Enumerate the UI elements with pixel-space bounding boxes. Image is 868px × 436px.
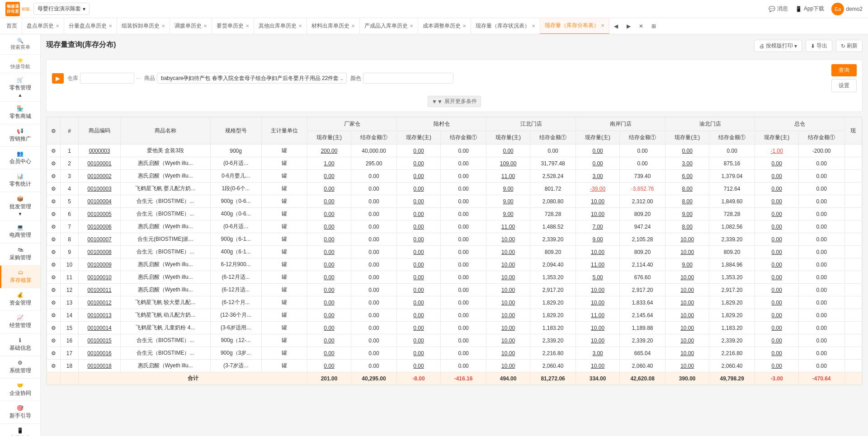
row-c4-qty[interactable]: 10.00: [576, 284, 619, 296]
row-c4-qty[interactable]: 10.00: [576, 195, 619, 208]
row-c1-qty[interactable]: 1.00: [307, 157, 351, 170]
row-c5-qty[interactable]: 8.00: [665, 195, 709, 208]
tab-close-all-btn[interactable]: ✕: [635, 18, 647, 34]
tab-prev-btn[interactable]: ◀: [609, 18, 622, 34]
row-code[interactable]: 00100018: [79, 360, 121, 372]
org-selector[interactable]: 母婴行业演示陈套 ▾: [33, 3, 90, 15]
export-button[interactable]: ⬇ 导出: [806, 40, 832, 52]
row-c5-qty[interactable]: 10.00: [665, 271, 709, 284]
row-gear[interactable]: ⚙: [47, 195, 61, 208]
sidebar-item-stock[interactable]: 🗂 库存核算: [0, 266, 40, 288]
row-c2-qty[interactable]: 0.00: [397, 347, 440, 360]
row-c2-qty[interactable]: 0.00: [397, 195, 440, 208]
row-code[interactable]: 00100006: [79, 220, 121, 233]
row-gear[interactable]: ⚙: [47, 284, 61, 296]
sidebar-item-finance[interactable]: 💰 资金管理: [0, 288, 40, 311]
row-gear[interactable]: ⚙: [47, 360, 61, 372]
row-gear[interactable]: ⚙: [47, 347, 61, 360]
tab-assembly[interactable]: 组装拆卸单历史 ✕: [117, 18, 170, 34]
row-c5-qty[interactable]: 8.00: [665, 220, 709, 233]
tab-close-icon[interactable]: ✕: [203, 23, 207, 28]
row-code[interactable]: 00100015: [79, 334, 121, 347]
row-c4-qty[interactable]: 11.00: [576, 258, 619, 271]
row-c1-qty[interactable]: 0.00: [307, 233, 351, 246]
sidebar-item-purchase[interactable]: 🛍 采购管理: [0, 243, 40, 266]
row-gear[interactable]: ⚙: [47, 309, 61, 322]
sidebar-item-guide[interactable]: 🎯 新手引导: [0, 401, 40, 424]
row-code[interactable]: 00100009: [79, 258, 121, 271]
row-code[interactable]: 00100016: [79, 347, 121, 360]
row-c4-qty[interactable]: 5.00: [576, 271, 619, 284]
row-c1-qty[interactable]: 0.00: [307, 296, 351, 309]
row-c3-qty[interactable]: 109.00: [486, 157, 530, 170]
row-c5-qty[interactable]: 10.00: [665, 246, 709, 258]
row-c2-qty[interactable]: 0.00: [397, 183, 440, 195]
row-c1-qty[interactable]: 0.00: [307, 284, 351, 296]
row-c3-qty[interactable]: 9.00: [486, 208, 530, 220]
tab-close-icon[interactable]: ✕: [532, 23, 535, 28]
row-code[interactable]: 00100010: [79, 271, 121, 284]
row-c5-qty[interactable]: 10.00: [665, 309, 709, 322]
sidebar-item-wholesale[interactable]: 📦 批发管理 ▼: [0, 192, 40, 220]
sidebar-item-marketing[interactable]: 📢 营销推广: [0, 124, 40, 147]
row-c1-qty[interactable]: 0.00: [307, 220, 351, 233]
tab-close-icon[interactable]: ✕: [351, 23, 355, 28]
row-c1-qty[interactable]: 0.00: [307, 360, 351, 372]
row-c4-qty[interactable]: 10.00: [576, 246, 619, 258]
row-c2-qty[interactable]: 0.00: [397, 309, 440, 322]
row-code[interactable]: 00100001: [79, 157, 121, 170]
row-c4-qty[interactable]: -39.00: [576, 183, 619, 195]
row-c3-qty[interactable]: 11.00: [486, 220, 530, 233]
row-c2-qty[interactable]: 0.00: [397, 334, 440, 347]
row-tot-qty[interactable]: 0.00: [755, 296, 798, 309]
row-tot-qty[interactable]: 0.00: [755, 334, 798, 347]
tab-close-icon[interactable]: ✕: [245, 23, 249, 28]
warehouse-input[interactable]: [80, 73, 134, 84]
tab-close-icon[interactable]: ✕: [601, 23, 604, 28]
row-gear[interactable]: ⚙: [47, 170, 61, 183]
tab-next-btn[interactable]: ▶: [622, 18, 635, 34]
row-c4-qty[interactable]: 10.00: [576, 334, 619, 347]
row-code[interactable]: 00100014: [79, 322, 121, 334]
row-tot-qty[interactable]: 0.00: [755, 322, 798, 334]
row-c3-qty[interactable]: 10.00: [486, 296, 530, 309]
row-tot-qty[interactable]: 0.00: [755, 271, 798, 284]
row-c2-qty[interactable]: 0.00: [397, 170, 440, 183]
warehouse-dots[interactable]: ···: [136, 75, 141, 81]
row-c2-qty[interactable]: 0.00: [397, 284, 440, 296]
row-tot-qty[interactable]: 0.00: [755, 347, 798, 360]
print-button[interactable]: 🖨 按模版打印 ▾: [754, 40, 802, 52]
row-c2-qty[interactable]: 0.00: [397, 296, 440, 309]
sidebar-item-retail-manage[interactable]: 🛒 零售管理 ▲: [0, 73, 40, 102]
row-c1-qty[interactable]: 200.00: [307, 145, 351, 157]
row-c3-qty[interactable]: 10.00: [486, 309, 530, 322]
row-c2-qty[interactable]: 0.00: [397, 233, 440, 246]
row-c2-qty[interactable]: 0.00: [397, 145, 440, 157]
row-c3-qty[interactable]: 9.00: [486, 183, 530, 195]
row-c4-qty[interactable]: 0.00: [576, 145, 619, 157]
row-c2-qty[interactable]: 0.00: [397, 360, 440, 372]
expand-conditions-btn[interactable]: ▼▼ 展开更多条件: [428, 96, 481, 107]
sidebar-item-operation[interactable]: 📈 经营管理: [0, 311, 40, 333]
row-gear[interactable]: ⚙: [47, 208, 61, 220]
row-tot-qty[interactable]: -1.00: [755, 145, 798, 157]
sidebar-item-quicknav[interactable]: ⭐ 快捷导航: [0, 55, 40, 73]
row-tot-qty[interactable]: 0.00: [755, 220, 798, 233]
row-c2-qty[interactable]: 0.00: [397, 271, 440, 284]
tab-close-icon[interactable]: ✕: [462, 23, 466, 28]
sidebar-item-base-info[interactable]: ℹ 基础信息: [0, 333, 40, 356]
row-c1-qty[interactable]: 0.00: [307, 195, 351, 208]
row-c5-qty[interactable]: 8.00: [665, 183, 709, 195]
row-c2-qty[interactable]: 0.00: [397, 246, 440, 258]
row-c4-qty[interactable]: 3.00: [576, 347, 619, 360]
tab-other-out[interactable]: 其他出库单历史 ✕: [254, 18, 307, 34]
row-c3-qty[interactable]: 10.00: [486, 271, 530, 284]
row-c5-qty[interactable]: 3.00: [665, 157, 709, 170]
row-code[interactable]: 00100003: [79, 183, 121, 195]
message-button[interactable]: 💬 消息: [769, 5, 788, 13]
row-c3-qty[interactable]: 10.00: [486, 334, 530, 347]
row-code[interactable]: 00100007: [79, 233, 121, 246]
sidebar-item-members[interactable]: 👥 会员中心: [0, 147, 40, 169]
row-c3-qty[interactable]: 10.00: [486, 284, 530, 296]
row-code[interactable]: 00100008: [79, 246, 121, 258]
